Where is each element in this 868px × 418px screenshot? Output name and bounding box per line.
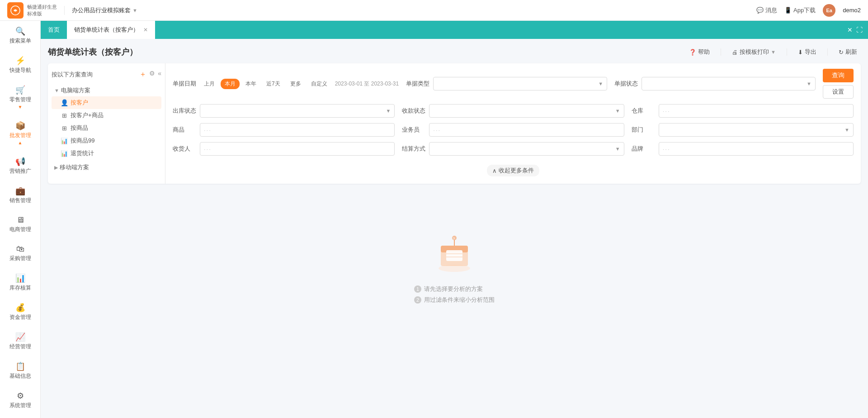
export-btn[interactable]: ⬇ 导出	[794, 46, 820, 58]
sidebar-item-enterprise[interactable]: 🤝 企业协同	[0, 415, 40, 418]
sidebar-item-ecommerce[interactable]: 🖥 电商管理	[0, 210, 40, 239]
sidebar: 🔍 搜索菜单 ⚡ 快捷导航 🛒 零售管理 ▼ 📦 批发管理 ▲ 📢 营销推广	[0, 21, 41, 418]
warehouse-dots: ···	[663, 108, 670, 114]
print-btn[interactable]: 🖨 按模板打印 ▼	[728, 46, 779, 58]
sidebar-item-marketing[interactable]: 📢 营销推广	[0, 151, 40, 180]
sidebar-item-operation[interactable]: 📈 经营管理	[0, 327, 40, 356]
sidebar-item-quick-nav[interactable]: ⚡ 快捷导航	[0, 50, 40, 80]
scheme-item-by-product99[interactable]: 📊 按商品99	[52, 134, 161, 147]
tab-bar: 首页 销货单统计表（按客户） ✕ ✕ ⛶	[41, 21, 868, 39]
top-bar-title[interactable]: 办公用品行业模拟账套 ▼	[72, 6, 137, 14]
tip-num-2: 2	[414, 296, 421, 304]
system-icon: ⚙	[2, 391, 38, 401]
date-btn-last-month[interactable]: 上月	[200, 79, 219, 89]
tab-sales-stat[interactable]: 销货单统计表（按客户） ✕	[67, 21, 155, 39]
download-icon: 📱	[784, 7, 792, 14]
sidebar-item-system[interactable]: ⚙ 系统管理	[0, 385, 40, 415]
expand-arrow2-icon: ▶	[54, 165, 58, 171]
goods-dots: ···	[204, 127, 212, 133]
empty-tips: 1 请先选择要分析的方案 2 用过滤条件来缩小分析范围	[414, 285, 495, 307]
goods-input[interactable]: ···	[200, 123, 395, 137]
print-icon: 🖨	[732, 49, 738, 56]
brand-dots: ···	[663, 146, 670, 152]
svg-text:?: ?	[453, 237, 455, 240]
tip-num-1: 1	[414, 285, 421, 293]
doc-type-label: 单据类型	[406, 80, 429, 88]
logo-icon	[7, 2, 24, 19]
message-btn[interactable]: 💬 消息	[756, 6, 777, 14]
payment-status-input[interactable]: ▼	[429, 104, 624, 118]
divider	[721, 48, 721, 56]
scheme-group-desktop-title[interactable]: ▼ 电脑端方案	[52, 85, 161, 96]
date-btn-this-month[interactable]: 本月	[221, 79, 240, 89]
help-icon: ❓	[689, 49, 696, 56]
dept-input[interactable]: ▼	[659, 123, 854, 137]
username: demo2	[843, 7, 861, 14]
sidebar-item-finance[interactable]: 💰 资金管理	[0, 297, 40, 327]
tab-close-btn[interactable]: ✕	[143, 27, 148, 33]
date-btn-more[interactable]: 更多	[286, 79, 305, 89]
add-scheme-btn[interactable]: ＋	[139, 70, 146, 79]
out-status-arrow-icon: ▼	[386, 108, 391, 114]
doc-status-input[interactable]: ▼	[642, 77, 816, 90]
staff-input[interactable]: ···	[429, 123, 624, 137]
marketing-icon: 📢	[2, 157, 38, 166]
sidebar-item-purchase[interactable]: 🛍 采购管理	[0, 239, 40, 268]
scheme-group-mobile: ▶ 移动端方案	[52, 162, 161, 173]
doc-type-input[interactable]: ▼	[433, 77, 607, 90]
out-status-label: 出库状态	[173, 107, 196, 115]
date-btn-7days[interactable]: 近7天	[262, 79, 284, 89]
avatar[interactable]: Ea	[823, 4, 835, 17]
filter-field-warehouse: 仓库 ···	[632, 104, 854, 118]
scheme-item-refund[interactable]: 📊 退货统计	[52, 147, 161, 160]
setting-button[interactable]: 设置	[823, 85, 854, 99]
sidebar-item-basic[interactable]: 📋 基础信息	[0, 356, 40, 385]
payment-status-label: 收款状态	[402, 107, 425, 115]
scheme-item-customer-product[interactable]: ⊞ 按客户+商品	[52, 109, 161, 122]
collapse-up-icon: ∧	[492, 167, 497, 174]
divider2	[787, 48, 787, 56]
grid2-icon: ⊞	[61, 124, 68, 132]
app-download-btn[interactable]: 📱 App下载	[784, 6, 816, 14]
empty-state: ? 1 请先选择要分析的方案 2 用过滤条件来缩小分析范围	[48, 189, 861, 343]
out-status-input[interactable]: ▼	[200, 104, 395, 118]
query-button[interactable]: 查询	[823, 69, 854, 82]
scheme-header: 按以下方案查询 ＋ ⚙ «	[52, 67, 161, 82]
logo-text: 畅捷通好生意 标准版	[27, 4, 57, 17]
refresh-btn[interactable]: ↻ 刷新	[835, 46, 861, 58]
goods-label: 商品	[173, 126, 196, 134]
collapse-scheme-btn[interactable]: «	[158, 70, 161, 79]
sidebar-item-wholesale[interactable]: 📦 批发管理 ▲	[0, 115, 40, 151]
brand-input[interactable]: ···	[659, 142, 854, 156]
inventory-icon: 📊	[2, 273, 38, 283]
scheme-item-by-customer[interactable]: 👤 按客户	[52, 96, 161, 109]
date-btn-custom[interactable]: 自定义	[307, 79, 331, 89]
sidebar-item-sales[interactable]: 💼 销售管理	[0, 180, 40, 210]
settlement-input[interactable]: ▼	[429, 142, 624, 156]
sidebar-item-inventory[interactable]: 📊 库存核算	[0, 268, 40, 297]
ecommerce-icon: 🖥	[2, 215, 38, 225]
dept-label: 部门	[632, 126, 655, 134]
scheme-item-by-product[interactable]: ⊞ 按商品	[52, 122, 161, 134]
chart-icon: 📊	[61, 137, 68, 144]
edit-scheme-btn[interactable]: ⚙	[149, 70, 155, 79]
filter-field-brand: 品牌 ···	[632, 142, 854, 156]
tab-home[interactable]: 首页	[41, 21, 67, 39]
sidebar-item-search[interactable]: 🔍 搜索菜单	[0, 21, 40, 50]
brand-label: 品牌	[632, 145, 655, 153]
doc-status-label: 单据状态	[614, 80, 638, 88]
filter-field-staff: 业务员 ···	[402, 123, 624, 137]
refresh-icon: ↻	[839, 49, 844, 56]
collapse-button[interactable]: ∧ 收起更多条件	[487, 165, 539, 176]
scheme-group-mobile-title[interactable]: ▶ 移动端方案	[52, 162, 161, 173]
date-btn-this-year[interactable]: 本年	[241, 79, 260, 89]
help-btn[interactable]: ❓ 帮助	[685, 46, 713, 58]
close-window-icon[interactable]: ✕	[847, 26, 853, 33]
filter-field-date: 单据日期 上月 本月 本年 近7天 更多 自定义 2023-03-01 至 20…	[173, 79, 399, 89]
filter-field-payment-status: 收款状态 ▼	[402, 104, 624, 118]
search-icon: 🔍	[2, 26, 38, 36]
maximize-icon[interactable]: ⛶	[856, 26, 863, 33]
sidebar-item-retail[interactable]: 🛒 零售管理 ▼	[0, 80, 40, 115]
recipient-input[interactable]: ···	[200, 142, 395, 156]
warehouse-input[interactable]: ···	[659, 104, 854, 118]
